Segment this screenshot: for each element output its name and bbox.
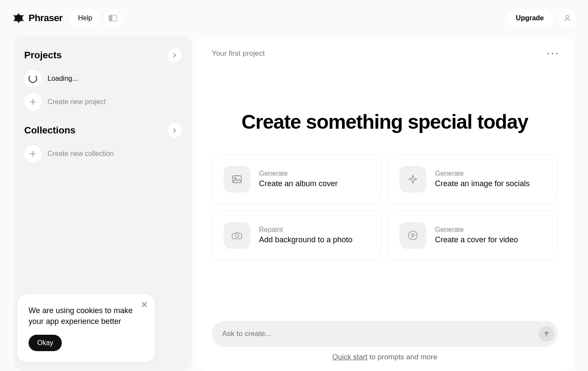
quick-start-line: Quick start to prompts and more: [212, 353, 558, 361]
topbar: Phraser Help Upgrade: [0, 0, 588, 36]
svg-point-5: [235, 234, 239, 238]
svg-rect-1: [109, 15, 112, 21]
help-button[interactable]: Help: [70, 10, 100, 27]
svg-rect-3: [233, 176, 241, 183]
prompt-input[interactable]: [222, 330, 539, 338]
arrow-up-icon: [543, 330, 550, 337]
card-socials-image[interactable]: Generate Create an image for socials: [388, 154, 558, 204]
projects-expand-button[interactable]: [168, 48, 182, 62]
logo-text: Phraser: [29, 13, 62, 24]
sparkle-icon: [399, 166, 426, 193]
create-project-button[interactable]: Create new project: [24, 93, 182, 111]
logo[interactable]: Phraser: [12, 12, 62, 25]
main-panel: Your first project Create something spec…: [195, 36, 574, 371]
card-eyebrow: Generate: [435, 226, 518, 234]
cookie-close-button[interactable]: [141, 301, 148, 310]
close-icon: [141, 301, 148, 308]
plus-icon: [24, 145, 42, 162]
account-button[interactable]: [559, 10, 576, 27]
sidebar-toggle-button[interactable]: [104, 10, 121, 27]
cookie-okay-button[interactable]: Okay: [29, 335, 62, 351]
cookie-text: We are using cookies to make your app ex…: [29, 305, 144, 327]
card-eyebrow: Generate: [259, 170, 338, 178]
loading-label: Loading...: [48, 75, 78, 82]
chevron-right-icon: [172, 52, 178, 58]
svg-point-2: [566, 16, 569, 19]
quick-start-rest: to prompts and more: [368, 353, 438, 361]
play-icon: [399, 222, 426, 249]
card-title: Create an album cover: [259, 179, 338, 188]
send-button[interactable]: [539, 326, 554, 342]
create-collection-button[interactable]: Create new collection: [24, 145, 182, 162]
sidebar: Projects Loading... Create new project C…: [14, 36, 192, 371]
card-title: Create a cover for video: [435, 235, 518, 244]
create-project-label: Create new project: [48, 98, 105, 106]
card-repaint-background[interactable]: Repaint Add background to a photo: [212, 210, 382, 260]
more-menu-button[interactable]: [547, 53, 558, 54]
chevron-right-icon: [172, 127, 178, 133]
plus-icon: [24, 93, 42, 111]
card-album-cover[interactable]: Generate Create an album cover: [212, 154, 382, 204]
create-collection-label: Create new collection: [48, 150, 114, 158]
cookie-banner: We are using cookies to make your app ex…: [17, 294, 155, 362]
quick-start-link[interactable]: Quick start: [332, 353, 368, 361]
logo-asterisk-icon: [12, 12, 25, 25]
prompt-bar: [212, 321, 558, 347]
loading-spinner-icon: [24, 70, 42, 87]
upgrade-button[interactable]: Upgrade: [507, 10, 553, 27]
card-eyebrow: Repaint: [259, 226, 352, 234]
card-title: Add background to a photo: [259, 235, 352, 244]
collections-expand-button[interactable]: [168, 124, 182, 137]
card-title: Create an image for socials: [435, 179, 530, 188]
card-eyebrow: Generate: [435, 170, 530, 178]
user-icon: [563, 14, 571, 22]
projects-heading: Projects: [24, 50, 62, 61]
hero-heading: Create something special today: [242, 110, 528, 133]
suggestion-cards: Generate Create an album cover Generate …: [212, 154, 558, 260]
collections-heading: Collections: [24, 125, 76, 136]
card-video-cover[interactable]: Generate Create a cover for video: [388, 210, 558, 260]
panel-toggle-icon: [109, 15, 117, 22]
project-title: Your first project: [212, 49, 265, 58]
project-loading-item: Loading...: [24, 70, 182, 87]
image-icon: [224, 166, 250, 193]
camera-icon: [224, 222, 250, 249]
svg-point-6: [409, 231, 417, 240]
